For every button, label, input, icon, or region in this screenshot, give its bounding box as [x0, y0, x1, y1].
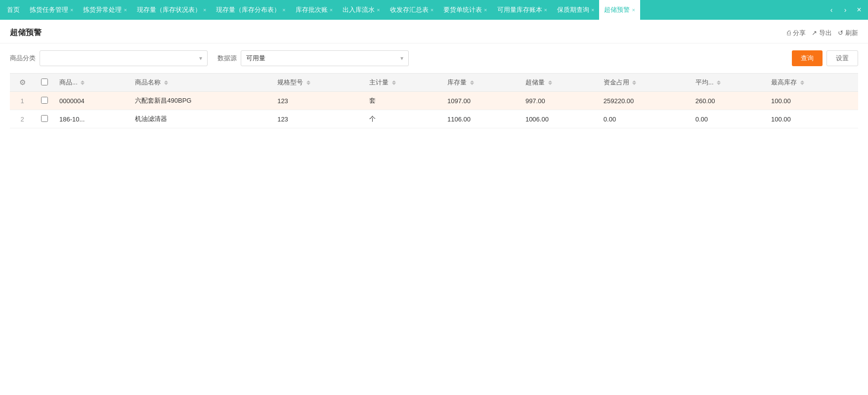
top-navigation: 首页 拣货任务管理 × 拣货异常处理 × 现存量（库存状况表） × 现存量（库存… [0, 0, 868, 20]
datasource-chevron-icon: ▾ [400, 55, 403, 62]
row-max-stock: 100.00 [766, 92, 858, 110]
sort-icon-name [164, 80, 168, 85]
row-avg: 0.00 [691, 110, 766, 128]
select-all-checkbox[interactable] [41, 79, 48, 85]
header-actions: ⎙ 分享 ↗ 导出 ↺ 刷新 [787, 29, 858, 38]
settings-gear-icon[interactable]: ⚙ [19, 78, 26, 86]
datasource-label: 数据源 [217, 54, 237, 63]
query-button[interactable]: 查询 [792, 50, 823, 66]
nav-arrow-right[interactable]: › [838, 0, 852, 20]
row-capital: 259220.00 [599, 92, 691, 110]
col-header-check[interactable] [35, 74, 54, 92]
datasource-filter-group: 数据源 可用量 ▾ [217, 50, 409, 66]
close-tab-inout[interactable]: × [377, 7, 380, 13]
page-header: 超储预警 ⎙ 分享 ↗ 导出 ↺ 刷新 [0, 20, 868, 43]
col-header-avg[interactable]: 平均... [691, 74, 766, 92]
col-header-name[interactable]: 商品名称 [130, 74, 272, 92]
col-header-settings[interactable]: ⚙ [10, 74, 35, 92]
share-icon: ⎙ [787, 29, 791, 37]
row-checkbox[interactable] [41, 115, 48, 122]
row-stock: 1106.00 [442, 110, 521, 128]
filter-actions: 查询 设置 [792, 50, 858, 66]
row-capital: 0.00 [599, 110, 691, 128]
nav-close-all[interactable]: × [852, 0, 866, 20]
refresh-icon: ↺ [838, 29, 843, 37]
sort-icon-capital [632, 80, 636, 85]
close-tab-overstock[interactable]: × [632, 7, 635, 13]
row-code: 0000004 [54, 92, 130, 110]
row-spec: 123 [272, 110, 364, 128]
close-tab-batch[interactable]: × [330, 7, 333, 13]
nav-arrow-left[interactable]: ‹ [825, 0, 838, 20]
close-tab-quality[interactable]: × [591, 7, 594, 13]
col-header-spec[interactable]: 规格型号 [272, 74, 364, 92]
close-tab-stock-dist[interactable]: × [282, 7, 285, 13]
datasource-select[interactable]: 可用量 ▾ [241, 50, 409, 66]
nav-item-summary[interactable]: 收发存汇总表 × [385, 0, 438, 20]
row-checkbox-cell[interactable] [35, 92, 54, 110]
nav-item-stock-dist[interactable]: 现存量（库存分布表） × [211, 0, 290, 20]
data-table: ⚙ 商品... 商品名称 规格型号 [10, 73, 858, 128]
nav-item-inout[interactable]: 出入库流水 × [338, 0, 385, 20]
close-tab-exception[interactable]: × [124, 7, 127, 13]
col-header-capital[interactable]: 资金占用 [599, 74, 691, 92]
row-code: 186-10... [54, 110, 130, 128]
nav-item-exception[interactable]: 拣货异常处理 × [78, 0, 131, 20]
nav-item-stock-status[interactable]: 现存量（库存状况表） × [132, 0, 211, 20]
close-tab-available[interactable]: × [544, 7, 547, 13]
row-spec: 123 [272, 92, 364, 110]
sort-icon-spec [306, 80, 310, 85]
close-tab-task-mgmt[interactable]: × [70, 7, 73, 13]
datasource-select-value: 可用量 [246, 54, 265, 63]
sort-icon-over [548, 80, 552, 85]
page-title: 超储预警 [10, 28, 42, 38]
col-header-stock[interactable]: 库存量 [442, 74, 521, 92]
row-avg: 260.00 [691, 92, 766, 110]
row-over: 997.00 [521, 92, 599, 110]
refresh-button[interactable]: ↺ 刷新 [838, 29, 858, 38]
page-content: 超储预警 ⎙ 分享 ↗ 导出 ↺ 刷新 商品分类 ▾ 数据源 [0, 20, 868, 395]
nav-item-batch[interactable]: 库存批次账 × [291, 0, 338, 20]
row-unit: 套 [364, 92, 442, 110]
row-checkbox[interactable] [41, 97, 48, 104]
sort-icon-code [81, 80, 85, 85]
export-icon: ↗ [812, 29, 817, 37]
col-header-over[interactable]: 超储量 [521, 74, 599, 92]
table-row: 1 0000004 六配套新昌490BPG 123 套 1097.00 997.… [10, 92, 858, 110]
row-name: 六配套新昌490BPG [130, 92, 272, 110]
sort-icon-stock [470, 80, 474, 85]
table-row: 2 186-10... 机油滤清器 123 个 1106.00 1006.00 … [10, 110, 858, 128]
row-index: 1 [10, 92, 35, 110]
row-index: 2 [10, 110, 35, 128]
nav-item-order-stats[interactable]: 要货单统计表 × [438, 0, 492, 20]
nav-item-task-mgmt[interactable]: 拣货任务管理 × [25, 0, 78, 20]
sort-icon-avg [717, 80, 721, 85]
sort-icon-max-stock [800, 80, 804, 85]
col-header-max-stock[interactable]: 最高库存 [766, 74, 858, 92]
nav-item-home[interactable]: 首页 [2, 0, 25, 20]
category-label: 商品分类 [10, 54, 36, 63]
share-button[interactable]: ⎙ 分享 [787, 29, 806, 38]
category-filter-group: 商品分类 ▾ [10, 50, 208, 66]
row-over: 1006.00 [521, 110, 599, 128]
close-tab-order-stats[interactable]: × [484, 7, 487, 13]
row-checkbox-cell[interactable] [35, 110, 54, 128]
row-unit: 个 [364, 110, 442, 128]
table-container: ⚙ 商品... 商品名称 规格型号 [0, 73, 868, 128]
row-stock: 1097.00 [442, 92, 521, 110]
col-header-code[interactable]: 商品... [54, 74, 130, 92]
nav-item-available[interactable]: 可用量库存账本 × [492, 0, 552, 20]
row-name: 机油滤清器 [130, 110, 272, 128]
close-tab-summary[interactable]: × [431, 7, 434, 13]
sort-icon-unit [392, 80, 396, 85]
row-max-stock: 100.00 [766, 110, 858, 128]
nav-item-overstock[interactable]: 超储预警 × [599, 0, 640, 20]
close-tab-stock-status[interactable]: × [203, 7, 206, 13]
category-select[interactable]: ▾ [40, 50, 208, 66]
filter-area: 商品分类 ▾ 数据源 可用量 ▾ 查询 设置 [0, 43, 868, 73]
category-chevron-icon: ▾ [199, 55, 202, 62]
settings-button[interactable]: 设置 [826, 50, 858, 66]
col-header-unit[interactable]: 主计量 [364, 74, 442, 92]
nav-item-quality[interactable]: 保质期查询 × [552, 0, 599, 20]
export-button[interactable]: ↗ 导出 [812, 29, 832, 38]
